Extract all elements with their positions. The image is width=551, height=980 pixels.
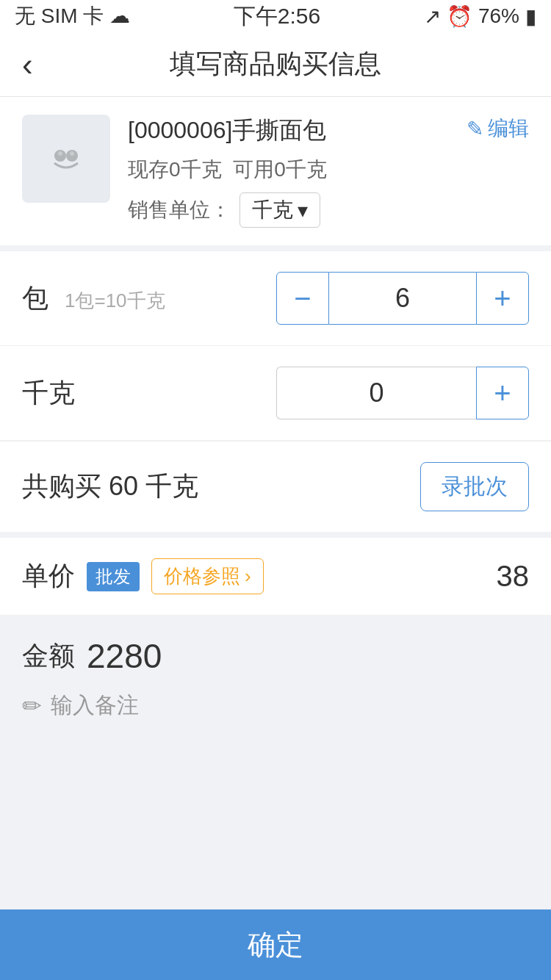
status-bar: 无 SIM 卡 ☁ 下午2:56 ↗ ⏰ 76% ▮ [0, 0, 551, 32]
note-row[interactable]: ✏ 输入备注 [22, 691, 529, 721]
product-logo-icon [44, 137, 88, 181]
price-left: 单价 批发 价格参照 › [22, 558, 264, 594]
battery-icon: ▮ [525, 4, 536, 29]
product-card: [0000006]手撕面包 ✎ 编辑 现存0千克 可用0千克 销售单位： 千克 … [0, 97, 551, 251]
amount-value: 2280 [87, 636, 162, 676]
confirm-button[interactable]: 确定 [0, 909, 551, 980]
summary-row: 共购买 60 千克 录批次 [0, 441, 551, 538]
bao-input[interactable] [329, 272, 476, 325]
amount-row: 金额 2280 [22, 636, 529, 676]
qianke-plus-button[interactable]: + [476, 367, 529, 419]
status-right: ↗ ⏰ 76% ▮ [424, 4, 536, 29]
amount-label: 金额 [22, 638, 75, 674]
page-title: 填写商品购买信息 [170, 46, 381, 82]
summary-text: 共购买 60 千克 [22, 469, 198, 505]
note-label: 输入备注 [51, 691, 139, 721]
nav-bar: ‹ 填写商品购买信息 [0, 32, 551, 97]
bao-input-row: 包 1包=10千克 − + [0, 251, 551, 346]
status-time: 下午2:56 [234, 1, 320, 32]
sim-label: 无 SIM 卡 ☁ [15, 2, 130, 30]
unit-value: 千克 [252, 196, 293, 224]
product-thumbnail [22, 115, 110, 203]
signal-icon: ↗ [424, 4, 441, 29]
bao-input-section: 包 1包=10千克 − + 千克 + [0, 251, 551, 441]
unit-select[interactable]: 千克 ▾ [240, 192, 320, 228]
bao-hint: 1包=10千克 [65, 289, 165, 311]
back-button[interactable]: ‹ [22, 48, 33, 81]
edit-button[interactable]: ✎ 编辑 [467, 115, 529, 143]
product-info: [0000006]手撕面包 ✎ 编辑 现存0千克 可用0千克 销售单位： 千克 … [128, 115, 529, 228]
dropdown-arrow-icon: ▾ [298, 198, 308, 223]
price-section: 单价 批发 价格参照 › 38 [0, 538, 551, 616]
qianke-input-row: 千克 + [0, 346, 551, 441]
bao-label: 包 1包=10千克 [22, 281, 276, 317]
price-reference-button[interactable]: 价格参照 › [151, 558, 264, 594]
qianke-input[interactable] [276, 367, 476, 419]
edit-icon: ✎ [467, 117, 483, 141]
unit-label: 销售单位： [128, 196, 231, 224]
bao-plus-button[interactable]: + [476, 272, 529, 325]
amount-section: 金额 2280 ✏ 输入备注 [0, 616, 551, 741]
battery-text: 76% [478, 4, 519, 28]
product-stock: 现存0千克 可用0千克 [128, 156, 529, 184]
product-name: [0000006]手撕面包 [128, 115, 326, 147]
product-unit-row: 销售单位： 千克 ▾ [128, 192, 529, 228]
price-value: 38 [497, 560, 530, 593]
qianke-input-controls: + [276, 367, 529, 419]
pencil-icon: ✏ [22, 692, 42, 720]
svg-point-3 [70, 151, 74, 156]
bao-minus-button[interactable]: − [276, 272, 329, 325]
price-reference-label: 价格参照 [164, 563, 240, 589]
bao-input-controls: − + [276, 272, 529, 325]
price-label: 单价 [22, 558, 75, 594]
pifa-tag: 批发 [87, 562, 140, 591]
reference-arrow-icon: › [245, 565, 251, 588]
status-left: 无 SIM 卡 ☁ [15, 2, 130, 30]
batch-button[interactable]: 录批次 [420, 462, 529, 511]
qianke-label: 千克 [22, 375, 276, 411]
svg-point-2 [58, 151, 62, 156]
product-top-row: [0000006]手撕面包 ✎ 编辑 [128, 115, 529, 156]
edit-label: 编辑 [488, 115, 529, 143]
alarm-icon: ⏰ [447, 4, 472, 29]
